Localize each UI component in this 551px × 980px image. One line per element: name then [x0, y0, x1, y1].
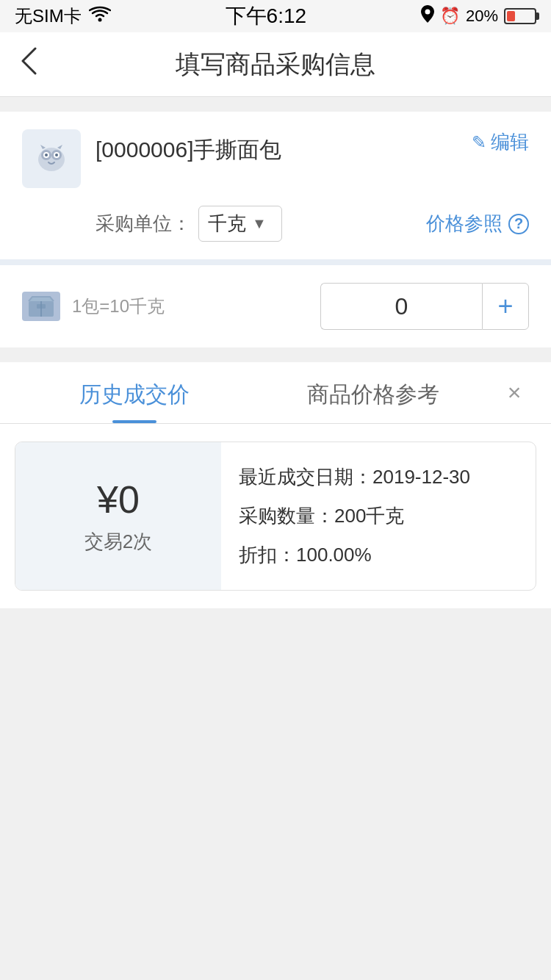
package-icon [22, 292, 60, 321]
purchase-qty-label: 采购数量： [239, 505, 334, 527]
nav-bar: 填写商品采购信息 [0, 32, 551, 97]
battery-icon [504, 8, 536, 24]
history-price-summary: ¥0 交易2次 [15, 442, 221, 590]
svg-point-0 [98, 18, 101, 22]
product-name: [0000006]手撕面包 [96, 129, 281, 165]
tab-product-price-ref-label: 商品价格参考 [307, 382, 439, 406]
tab-history-price[interactable]: 历史成交价 [15, 362, 253, 423]
trade-count: 交易2次 [84, 529, 152, 555]
svg-point-1 [425, 10, 430, 15]
unit-select[interactable]: 千克 ▼ [198, 206, 282, 242]
recent-date-label: 最近成交日期： [239, 466, 372, 488]
discount-label: 折扣： [239, 544, 296, 566]
quantity-left: 1包=10千克 [22, 292, 165, 321]
status-time: 下午6:12 [226, 2, 307, 30]
owl-logo-icon [32, 137, 71, 180]
tab-history-price-label: 历史成交价 [79, 382, 190, 406]
price-ref-label: 价格参照 [426, 211, 503, 237]
purchase-qty-value: 200千克 [334, 505, 404, 527]
edit-label: 编辑 [491, 129, 529, 155]
svg-point-2 [38, 148, 65, 171]
quantity-section: 1包=10千克 0 + [0, 259, 551, 347]
product-card: [0000006]手撕面包 ✎ 编辑 采购单位： 千克 ▼ 价格参照 ? [0, 112, 551, 259]
edit-button[interactable]: ✎ 编辑 [472, 129, 529, 155]
status-right: ⏰ 20% [421, 5, 536, 27]
product-left: [0000006]手撕面包 [22, 129, 281, 188]
history-price-card: ¥0 交易2次 最近成交日期：2019-12-30 采购数量：200千克 折扣：… [15, 442, 536, 591]
svg-rect-11 [37, 304, 46, 309]
battery-percent: 20% [466, 7, 498, 26]
price-reference-button[interactable]: 价格参照 ? [426, 211, 529, 237]
history-card-area: ¥0 交易2次 最近成交日期：2019-12-30 采购数量：200千克 折扣：… [0, 424, 551, 608]
unit-dropdown-arrow-icon: ▼ [252, 215, 267, 232]
quantity-control: 0 + [320, 283, 529, 330]
tab-active-indicator [112, 420, 156, 423]
tab-section: 历史成交价 商品价格参考 × ¥0 交易2次 最近成交日期：2019-12-30… [0, 362, 551, 608]
discount-row: 折扣：100.00% [239, 542, 518, 568]
history-price-details: 最近成交日期：2019-12-30 采购数量：200千克 折扣：100.00% [221, 442, 536, 590]
page-title: 填写商品采购信息 [176, 48, 375, 82]
purchase-unit-row: 采购单位： 千克 ▼ 价格参照 ? [22, 206, 529, 242]
recent-date-row: 最近成交日期：2019-12-30 [239, 464, 518, 490]
tab-close-button[interactable]: × [492, 371, 536, 415]
wifi-icon [89, 6, 111, 26]
tab-bar: 历史成交价 商品价格参考 × [0, 362, 551, 424]
svg-point-7 [45, 154, 48, 156]
quantity-plus-button[interactable]: + [482, 283, 529, 330]
tab-product-price-ref[interactable]: 商品价格参考 [253, 362, 492, 423]
status-left: 无SIM卡 [15, 4, 111, 28]
status-bar: 无SIM卡 下午6:12 ⏰ 20% [0, 0, 551, 32]
product-thumbnail [22, 129, 81, 188]
carrier-text: 无SIM卡 [15, 4, 82, 28]
alarm-icon: ⏰ [440, 7, 460, 26]
location-icon [421, 5, 434, 27]
unit-value: 千克 [208, 211, 246, 237]
purchase-qty-row: 采购数量：200千克 [239, 503, 518, 529]
discount-value: 100.00% [296, 544, 372, 566]
price-value: 0 [118, 478, 140, 521]
back-button[interactable] [21, 47, 37, 82]
unit-label: 采购单位： [96, 211, 191, 237]
edit-icon: ✎ [472, 132, 486, 153]
product-header: [0000006]手撕面包 ✎ 编辑 [22, 129, 529, 188]
package-ratio-label: 1包=10千克 [72, 295, 165, 318]
price-ref-help-icon: ? [508, 214, 529, 234]
svg-point-8 [55, 154, 58, 156]
currency-symbol: ¥ [97, 478, 118, 521]
quantity-input[interactable]: 0 [320, 283, 482, 330]
recent-date-value: 2019-12-30 [372, 466, 470, 488]
price-amount: ¥0 [97, 478, 140, 522]
